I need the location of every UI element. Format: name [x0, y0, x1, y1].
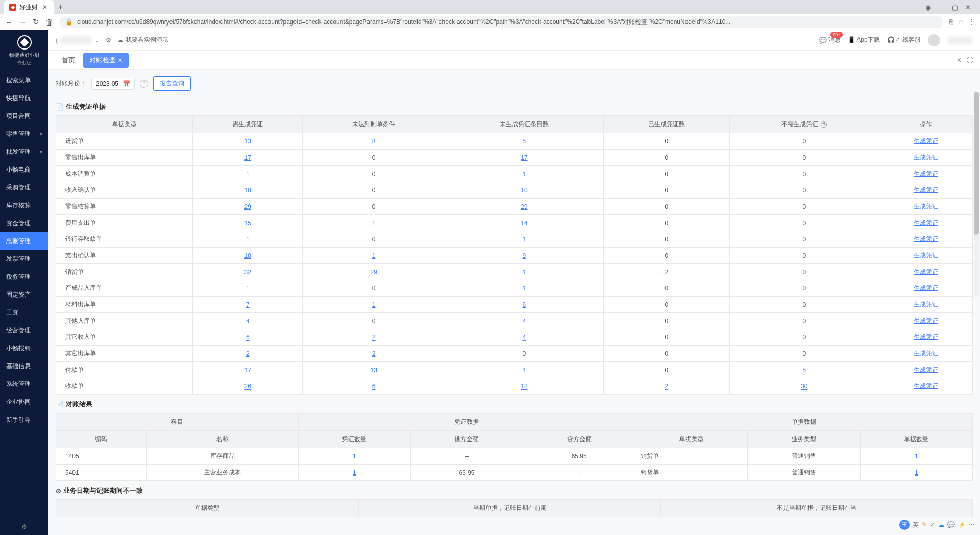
- app-download-button[interactable]: 📱 App下载: [848, 36, 880, 44]
- link-cell[interactable]: 10: [244, 252, 251, 259]
- float-ime-icon[interactable]: 王: [899, 520, 910, 530]
- link-cell[interactable]: 2: [372, 334, 376, 341]
- generate-voucher-link[interactable]: 生成凭证: [914, 154, 938, 161]
- link-cell[interactable]: 4: [523, 334, 526, 341]
- link-cell[interactable]: 17: [521, 154, 527, 161]
- url-bar[interactable]: 🔒 cloud.chanjet.com/cc/u6d89qwnryel/57bf…: [59, 16, 943, 28]
- float-msg-icon[interactable]: 💬: [947, 521, 955, 528]
- sidebar-item-14[interactable]: 经营管理: [0, 322, 48, 339]
- sidebar-item-10[interactable]: 发票管理: [0, 250, 48, 268]
- org-selector[interactable]: ( ⌄: [56, 36, 100, 44]
- sidebar-item-18[interactable]: 企业协同: [0, 393, 48, 411]
- link-cell[interactable]: 26: [244, 383, 251, 390]
- generate-voucher-link[interactable]: 生成凭证: [914, 219, 938, 226]
- link-cell[interactable]: 4: [523, 318, 526, 325]
- online-service-button[interactable]: 🎧 在线客服: [887, 36, 921, 44]
- sidebar-item-13[interactable]: 工资: [0, 304, 48, 322]
- sidebar-item-6[interactable]: 采购管理: [0, 179, 48, 197]
- sidebar-item-11[interactable]: 税务管理: [0, 268, 48, 286]
- generate-voucher-link[interactable]: 生成凭证: [914, 170, 938, 177]
- link-cell[interactable]: 1: [523, 285, 526, 292]
- sidebar-item-16[interactable]: 基础信息: [0, 357, 48, 375]
- sidebar-item-17[interactable]: 系统管理: [0, 375, 48, 393]
- link-cell[interactable]: 1: [372, 220, 376, 227]
- link-cell[interactable]: 7: [246, 301, 250, 308]
- link-cell[interactable]: 1: [246, 285, 250, 292]
- generate-voucher-link[interactable]: 生成凭证: [914, 268, 938, 275]
- sidebar-settings-icon[interactable]: ⚙: [0, 518, 48, 535]
- float-lang[interactable]: 英: [913, 521, 919, 529]
- reload-icon[interactable]: ↻: [33, 17, 39, 27]
- sidebar-item-0[interactable]: 搜索菜单: [0, 71, 48, 89]
- link-cell[interactable]: 4: [246, 318, 250, 325]
- link-cell[interactable]: 4: [523, 367, 526, 374]
- tab-close-icon[interactable]: ✕: [118, 57, 122, 63]
- help-icon[interactable]: ?: [821, 121, 827, 128]
- minimize-icon[interactable]: —: [938, 4, 945, 11]
- generate-voucher-link[interactable]: 生成凭证: [914, 350, 938, 357]
- star-icon[interactable]: ☆: [958, 18, 964, 26]
- float-edit-icon[interactable]: ✎: [922, 521, 927, 528]
- link-cell[interactable]: 9: [523, 252, 526, 259]
- link-cell[interactable]: 1: [915, 469, 918, 476]
- link-cell[interactable]: 17: [244, 154, 251, 161]
- sidebar-item-7[interactable]: 库存核算: [0, 197, 48, 214]
- link-cell[interactable]: 29: [521, 203, 527, 210]
- close-window-icon[interactable]: ✕: [965, 4, 971, 11]
- link-cell[interactable]: 6: [372, 383, 376, 390]
- sidebar-item-19[interactable]: 新手引导: [0, 411, 48, 429]
- link-cell[interactable]: 29: [244, 203, 251, 210]
- sidebar-item-4[interactable]: 批发管理▾: [0, 143, 48, 161]
- link-cell[interactable]: 8: [372, 138, 376, 145]
- generate-voucher-link[interactable]: 生成凭证: [914, 301, 938, 308]
- month-input[interactable]: 2023-05 📅: [91, 78, 135, 90]
- link-cell[interactable]: 1: [246, 236, 250, 243]
- maximize-icon[interactable]: ▢: [952, 4, 958, 11]
- install-icon[interactable]: ⎘: [949, 18, 953, 26]
- float-check-icon[interactable]: ✓: [930, 521, 935, 528]
- generate-voucher-link[interactable]: 生成凭证: [914, 382, 938, 390]
- link-cell[interactable]: 18: [521, 383, 527, 390]
- sidebar-item-15[interactable]: 小畅报销: [0, 339, 48, 357]
- help-icon[interactable]: ?: [140, 80, 148, 88]
- generate-voucher-link[interactable]: 生成凭证: [914, 333, 938, 341]
- link-cell[interactable]: 1: [372, 252, 376, 259]
- link-cell[interactable]: 14: [521, 220, 527, 227]
- link-cell[interactable]: 32: [244, 269, 251, 276]
- link-cell[interactable]: 15: [244, 220, 251, 227]
- fullscreen-icon[interactable]: ⛶: [967, 57, 973, 64]
- menu-icon[interactable]: ⋮: [969, 18, 975, 26]
- generate-voucher-link[interactable]: 生成凭证: [914, 252, 938, 259]
- generate-voucher-link[interactable]: 生成凭证: [914, 235, 938, 242]
- generate-voucher-link[interactable]: 生成凭证: [914, 203, 938, 210]
- sidebar-item-2[interactable]: 项目合同: [0, 107, 48, 125]
- avatar[interactable]: [928, 34, 940, 46]
- link-cell[interactable]: 1: [246, 171, 250, 178]
- sidebar-item-9[interactable]: 总账管理: [0, 232, 48, 250]
- sidebar-item-1[interactable]: 快捷导航: [0, 89, 48, 107]
- account-icon[interactable]: ◉: [925, 4, 931, 11]
- link-cell[interactable]: 17: [244, 367, 251, 374]
- link-cell[interactable]: 2: [246, 350, 250, 357]
- link-cell[interactable]: 2: [372, 350, 376, 357]
- generate-voucher-link[interactable]: 生成凭证: [914, 186, 938, 193]
- link-cell[interactable]: 13: [244, 138, 251, 145]
- browser-tab[interactable]: ◆ 好业财 ✕: [4, 0, 54, 14]
- link-cell[interactable]: 6: [523, 301, 526, 308]
- link-cell[interactable]: 1: [372, 301, 376, 308]
- link-cell[interactable]: 1: [915, 453, 918, 460]
- back-icon[interactable]: ←: [5, 18, 13, 27]
- close-all-icon[interactable]: ✕: [957, 57, 962, 64]
- tab-check-account[interactable]: 对账检查✕: [83, 53, 129, 68]
- generate-voucher-link[interactable]: 生成凭证: [914, 317, 938, 324]
- link-cell[interactable]: 10: [521, 187, 527, 194]
- link-cell[interactable]: 10: [244, 187, 251, 194]
- scrollbar-thumb[interactable]: [974, 92, 979, 235]
- float-tool-icon[interactable]: ⚡: [958, 521, 966, 528]
- link-cell[interactable]: 1: [523, 269, 526, 276]
- sidebar-item-12[interactable]: 固定资产: [0, 286, 48, 304]
- sidebar-item-5[interactable]: 小畅电商: [0, 161, 48, 179]
- link-cell[interactable]: 30: [801, 383, 807, 390]
- tab-close-icon[interactable]: ✕: [41, 4, 49, 11]
- generate-voucher-link[interactable]: 生成凭证: [914, 366, 938, 373]
